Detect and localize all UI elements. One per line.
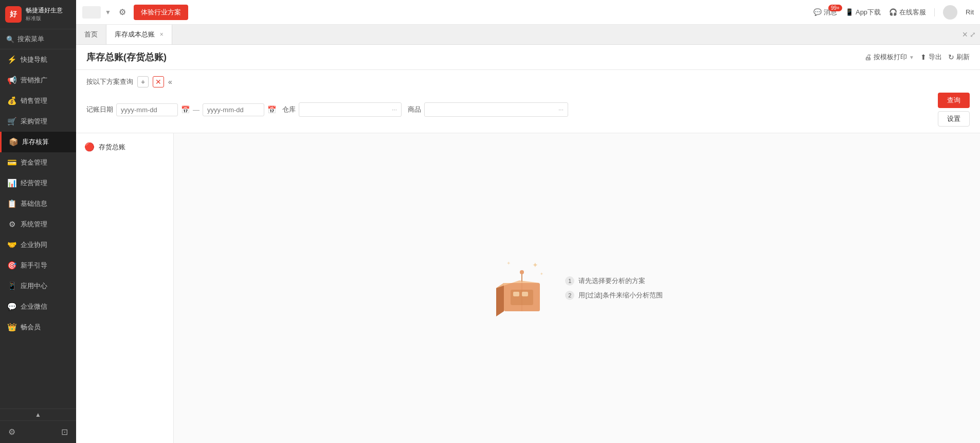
calendar-to-icon[interactable]: 📅 (267, 105, 276, 114)
empty-state: ✦ ✦ ✦ (174, 133, 980, 443)
empty-content: ✦ ✦ ✦ (491, 257, 662, 319)
app-name: 畅捷通好生意 (26, 7, 63, 15)
sidebar-item-finance[interactable]: 💳 资金管理 (0, 152, 76, 173)
empty-tip-2: 2 用[过滤]条件来缩小分析范围 (565, 291, 662, 300)
app-download-label: App下载 (856, 8, 881, 17)
sidebar-item-marketing[interactable]: 📢 营销推广 (0, 70, 76, 91)
sound-icon[interactable]: ⊡ (61, 427, 68, 437)
tip-num-2: 2 (565, 291, 574, 300)
operations-icon: 📊 (7, 179, 16, 188)
industry-btn[interactable]: 体验行业方案 (134, 5, 188, 20)
messages-badge: 99+ (828, 5, 842, 11)
export-btn[interactable]: ⬆ 导出 (920, 52, 942, 62)
sidebar-items: ⚡ 快捷导航 📢 营销推广 💰 销售管理 🛒 采购管理 📦 库存核算 💳 资金管… (0, 49, 76, 409)
gear-icon[interactable]: ⚙ (115, 5, 130, 20)
close-panel-btn[interactable]: × (962, 29, 968, 40)
sidebar-item-sales[interactable]: 💰 销售管理 (0, 91, 76, 111)
page-header: 库存总账(存货总账) 🖨 按模板打印 ▼ ⬆ 导出 ↻ 刷新 (76, 45, 980, 70)
sidebar-item-purchase[interactable]: 🛒 采购管理 (0, 111, 76, 132)
sidebar-bottom: ⚙ ⊡ (0, 420, 76, 443)
query-btn[interactable]: 查询 (938, 93, 970, 108)
date-label: 记账日期 (86, 105, 113, 114)
username: Rit (966, 8, 974, 16)
messages-btn[interactable]: 💬 消息 99+ (813, 8, 837, 17)
search-label: 搜索菜单 (17, 34, 44, 44)
sidebar-item-label: 库存核算 (22, 137, 49, 147)
filter-panel: 按以下方案查询 + ✕ « 记账日期 📅 — 📅 (76, 70, 980, 133)
tip-num-1: 1 (565, 276, 574, 286)
purchase-icon: 🛒 (7, 117, 16, 126)
gear-icon-symbol: ⚙ (119, 7, 126, 17)
settings-btn[interactable]: 设置 (938, 111, 970, 127)
delete-icon: ✕ (155, 78, 161, 86)
page-title: 库存总账(存货总账) (86, 51, 167, 63)
sidebar-item-app-center[interactable]: 📱 应用中心 (0, 276, 76, 296)
app-download-btn[interactable]: 📱 App下载 (845, 8, 881, 17)
export-label: 导出 (929, 52, 942, 62)
filter-collapse-btn[interactable]: « (168, 78, 172, 86)
warehouse-label: 仓库 (282, 105, 296, 114)
chevron-down-icon[interactable]: ▼ (105, 9, 111, 16)
date-from-input[interactable] (116, 103, 178, 116)
print-template-btn[interactable]: 🖨 按模板打印 ▼ (864, 52, 914, 62)
sidebar: 好 畅捷通好生意 标准版 🔍 搜索菜单 ⚡ 快捷导航 📢 营销推广 💰 销售管理… (0, 0, 76, 443)
date-separator: — (193, 106, 199, 114)
scheme-item-inventory-general[interactable]: 🔴 存货总账 (76, 137, 173, 156)
panel-controls: × ⤢ (958, 29, 980, 40)
online-service-btn[interactable]: 🎧 在线客服 (889, 8, 926, 17)
sidebar-item-label: 资金管理 (21, 158, 47, 167)
product-select[interactable]: ··· (424, 102, 568, 117)
sidebar-item-wechat[interactable]: 💬 企业微信 (0, 296, 76, 317)
print-template-label: 按模板打印 (874, 52, 907, 62)
svg-text:✦: ✦ (540, 272, 543, 276)
scheme-icon: 🔴 (84, 142, 95, 152)
sidebar-logo: 好 畅捷通好生意 标准版 (0, 0, 76, 29)
system-icon: ⚙ (7, 220, 16, 229)
svg-rect-9 (522, 292, 528, 296)
quick-nav-icon: ⚡ (7, 55, 16, 64)
filter-add-btn[interactable]: + (137, 76, 149, 87)
date-to-input[interactable] (203, 103, 264, 116)
tab-close-icon[interactable]: × (160, 31, 164, 38)
product-more-icon: ··· (558, 106, 564, 113)
sidebar-item-guide[interactable]: 🎯 新手引导 (0, 255, 76, 276)
tabs-bar: 首页 库存成本总账 × × ⤢ (76, 25, 980, 45)
refresh-btn[interactable]: ↻ 刷新 (948, 52, 970, 62)
logo-text-block: 畅捷通好生意 标准版 (26, 7, 63, 22)
warehouse-select[interactable]: ··· (299, 102, 402, 117)
sidebar-item-basics[interactable]: 📋 基础信息 (0, 193, 76, 214)
warehouse-more-icon: ··· (392, 106, 397, 113)
sidebar-item-system[interactable]: ⚙ 系统管理 (0, 214, 76, 235)
tab-home-label: 首页 (84, 30, 98, 38)
print-dropdown-icon[interactable]: ▼ (909, 55, 914, 60)
logo-icon: 好 (5, 6, 22, 23)
expand-panel-btn[interactable]: ⤢ (970, 30, 976, 39)
filter-section-label: 按以下方案查询 (86, 77, 133, 86)
svg-marker-4 (496, 283, 504, 316)
sidebar-item-operations[interactable]: 📊 经营管理 (0, 173, 76, 193)
tab-home[interactable]: 首页 (76, 25, 106, 44)
empty-svg: ✦ ✦ ✦ (491, 257, 553, 319)
svg-rect-8 (513, 292, 519, 296)
sidebar-item-quick-nav[interactable]: ⚡ 快捷导航 (0, 49, 76, 70)
calendar-from-icon[interactable]: 📅 (181, 105, 190, 114)
sidebar-item-member[interactable]: 👑 畅会员 (0, 317, 76, 338)
tip-text-2: 用[过滤]条件来缩小分析范围 (578, 291, 662, 300)
product-field: 商品 ··· (408, 102, 568, 117)
svg-text:✦: ✦ (506, 260, 511, 266)
online-service-icon: 🎧 (889, 8, 897, 16)
sidebar-item-label: 新手引导 (21, 261, 47, 270)
tab-inventory-ledger[interactable]: 库存成本总账 × (106, 25, 172, 44)
product-label: 商品 (408, 105, 421, 114)
sidebar-scroll-up[interactable]: ▲ (0, 409, 76, 420)
empty-illustration: ✦ ✦ ✦ (491, 257, 553, 319)
sidebar-item-label: 快捷导航 (21, 55, 47, 64)
settings-icon[interactable]: ⚙ (8, 427, 15, 437)
topbar-divider (934, 8, 935, 16)
filter-delete-btn[interactable]: ✕ (153, 76, 164, 87)
sidebar-search[interactable]: 🔍 搜索菜单 (0, 29, 76, 49)
sidebar-item-inventory[interactable]: 📦 库存核算 (0, 132, 76, 152)
page-header-actions: 🖨 按模板打印 ▼ ⬆ 导出 ↻ 刷新 (864, 52, 970, 62)
topbar-avatar (82, 6, 101, 19)
sidebar-item-enterprise[interactable]: 🤝 企业协同 (0, 235, 76, 255)
